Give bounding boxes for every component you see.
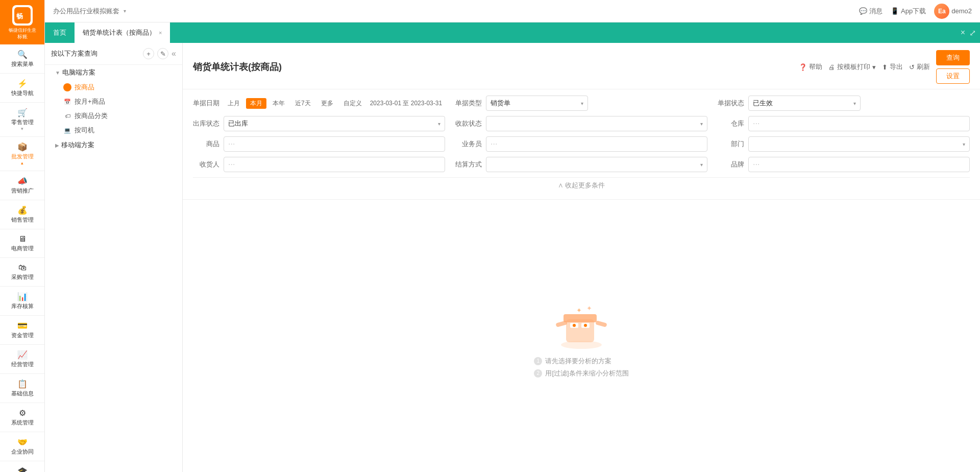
date-control: 上月 本月 本年 近7天 更多 自定义 2023-03-01 至 2023-03… xyxy=(224,98,445,109)
query-button[interactable]: 查询 xyxy=(936,50,970,65)
sidebar-item-marketing[interactable]: 📣 营销推广 xyxy=(0,171,44,200)
date-more-btn[interactable]: 更多 xyxy=(317,98,337,109)
export-btn[interactable]: ⬆ 导出 xyxy=(882,62,903,72)
empty-illustration: ✦ ✦ xyxy=(551,291,612,352)
sidebar-item-system[interactable]: ⚙ 系统管理 xyxy=(0,403,44,432)
type-dropdown-icon: ▾ xyxy=(581,101,583,106)
sidebar-item-search[interactable]: 🔍 搜索菜单 xyxy=(0,44,44,74)
brand-input[interactable]: ··· xyxy=(748,157,970,172)
cart-icon: 🛒 xyxy=(2,108,42,117)
date-this-month-btn[interactable]: 本月 xyxy=(246,98,266,109)
help-btn[interactable]: ❓ 帮助 xyxy=(799,62,822,72)
type-select[interactable]: 销货单 ▾ xyxy=(486,96,588,111)
sidebar-item-operations[interactable]: 📈 经营管理 xyxy=(0,345,44,374)
tab-sales-stat[interactable]: 销货单统计表（按商品） × xyxy=(75,22,170,43)
app-tagline: 畅捷信好生意 xyxy=(9,28,36,33)
salesman-input[interactable]: ··· xyxy=(486,136,707,152)
sidebar-item-enterprise[interactable]: 🤝 企业协同 xyxy=(0,432,44,461)
refresh-btn[interactable]: ↺ 刷新 xyxy=(909,62,930,72)
help-icon: ❓ xyxy=(799,63,807,71)
breadcrumb-dropdown-icon[interactable]: ▾ xyxy=(124,8,126,14)
scheme-by-cashier[interactable]: 💻 按司机 xyxy=(45,123,182,137)
svg-text:畅: 畅 xyxy=(16,12,23,20)
template-print-btn[interactable]: 🖨 按模板打印 ▾ xyxy=(828,62,876,72)
pay-method-select[interactable]: ▾ xyxy=(486,157,707,172)
tab-bar-right: × ⤢ xyxy=(961,28,980,38)
salesman-ellipsis[interactable]: ··· xyxy=(491,139,497,149)
pay-status-arrow: ▾ xyxy=(700,121,703,127)
mobile-group-header[interactable]: ▶ 移动端方案 xyxy=(45,137,182,153)
header-right-actions: 💬 消息 📱 App下载 Ea demo2 xyxy=(859,4,972,19)
date-last-7days-btn[interactable]: 近7天 xyxy=(291,98,315,109)
date-this-year-btn[interactable]: 本年 xyxy=(268,98,289,109)
filter-area: 单据日期 上月 本月 本年 近7天 更多 自定义 2023-03-01 至 20… xyxy=(183,89,980,200)
scheme-month-product[interactable]: 📅 按月+商品 xyxy=(45,95,182,109)
graduation-icon: 🎓 xyxy=(2,466,42,472)
warehouse-ellipsis[interactable]: ··· xyxy=(753,119,760,128)
download-icon: 📱 xyxy=(891,7,899,15)
add-scheme-btn[interactable]: + xyxy=(143,48,154,59)
main-area: 办公用品行业模拟账套 ▾ 💬 消息 📱 App下载 Ea demo2 首页 销货… xyxy=(45,0,980,472)
app-download-btn[interactable]: 📱 App下载 xyxy=(891,7,926,16)
product-input[interactable]: ··· xyxy=(224,136,445,152)
computer-icon: 💻 xyxy=(63,126,71,134)
set-button[interactable]: 设置 xyxy=(936,68,970,84)
department-select[interactable]: ▾ xyxy=(748,136,970,152)
page-title: 销货单统计表(按商品) xyxy=(193,61,282,73)
svg-point-8 xyxy=(584,324,587,327)
sidebar-item-ecommerce[interactable]: 🖥 电商管理 xyxy=(0,229,44,258)
date-tabs: 上月 本月 本年 近7天 更多 自定义 xyxy=(224,98,366,109)
active-scheme-dot xyxy=(63,83,71,91)
print-icon: 🖨 xyxy=(828,63,835,71)
scheme-product-category[interactable]: 🏷 按商品分类 xyxy=(45,109,182,123)
tab-close-window-btn[interactable]: × xyxy=(961,28,965,37)
sidebar-item-quicknav[interactable]: ⚡ 快捷导航 xyxy=(0,74,44,103)
dept-arrow: ▾ xyxy=(963,141,965,147)
pay-status-select[interactable]: ▾ xyxy=(486,116,707,131)
user-profile-btn[interactable]: Ea demo2 xyxy=(934,4,972,19)
empty-tip-1: 1 请先选择要分析的方案 xyxy=(534,357,628,366)
brand-ellipsis[interactable]: ··· xyxy=(753,160,760,169)
status-label: 单据状态 xyxy=(718,99,744,108)
tag-icon: 🏷 xyxy=(63,112,71,120)
date-last-month-btn[interactable]: 上月 xyxy=(224,98,244,109)
sidebar-item-basics[interactable]: 📋 基础信息 xyxy=(0,374,44,403)
left-panel: 按以下方案查询 + ✎ « ▼ 电脑端方案 按商品 📅 按月+商品 xyxy=(45,43,183,472)
avatar: Ea xyxy=(934,4,949,19)
recipient-ellipsis[interactable]: ··· xyxy=(228,160,235,169)
sidebar-item-purchase[interactable]: 🛍 采购管理 xyxy=(0,258,44,287)
status-select[interactable]: 已生效 ▾ xyxy=(748,96,861,111)
right-panel: 销货单统计表(按商品) ❓ 帮助 🖨 按模板打印 ▾ ⬆ 导出 xyxy=(183,43,980,472)
collapse-filter-btn[interactable]: ∧ 收起更多条件 xyxy=(193,177,970,193)
flash-icon: ⚡ xyxy=(2,79,42,88)
svg-text:✦: ✦ xyxy=(586,304,592,312)
recipient-input[interactable]: ··· xyxy=(224,157,445,172)
svg-rect-9 xyxy=(555,320,567,327)
sidebar-item-inventory[interactable]: 📊 库存核算 xyxy=(0,287,44,316)
wh-status-select[interactable]: 已出库 ▾ xyxy=(224,116,445,131)
scheme-by-product[interactable]: 按商品 xyxy=(45,80,182,95)
wh-status-arrow: ▾ xyxy=(438,121,440,127)
message-icon: 💬 xyxy=(859,7,867,15)
sidebar-item-wholesale[interactable]: 📦 批发管理 ▴ xyxy=(0,137,44,171)
sidebar-item-finance[interactable]: 💳 资金管理 xyxy=(0,316,44,345)
desktop-group-header[interactable]: ▼ 电脑端方案 xyxy=(45,65,182,80)
tab-home[interactable]: 首页 xyxy=(45,22,75,43)
warehouse-input[interactable]: ··· xyxy=(748,116,970,131)
left-panel-title: 按以下方案查询 xyxy=(51,49,97,58)
sidebar-item-sales[interactable]: 💰 销售管理 xyxy=(0,200,44,229)
export-icon: ⬆ xyxy=(882,63,888,71)
payment-method-filter: 结算方式 ▾ xyxy=(455,157,707,172)
product-ellipsis[interactable]: ··· xyxy=(228,139,235,149)
warehouse-status-filter: 出库状态 已出库 ▾ xyxy=(193,116,445,131)
left-panel-actions: + ✎ « xyxy=(143,48,176,59)
date-custom-btn[interactable]: 自定义 xyxy=(339,98,366,109)
tab-close-btn[interactable]: × xyxy=(159,30,162,36)
tab-fullscreen-btn[interactable]: ⤢ xyxy=(969,28,976,38)
sidebar-item-retail[interactable]: 🛒 零售管理 ▾ xyxy=(0,103,44,137)
tab-bar: 首页 销货单统计表（按商品） × × ⤢ xyxy=(45,22,980,43)
edit-scheme-btn[interactable]: ✎ xyxy=(157,48,168,59)
sidebar-item-newbie[interactable]: 🎓 新手引导 xyxy=(0,461,44,472)
collapse-panel-btn[interactable]: « xyxy=(172,49,176,58)
message-btn[interactable]: 💬 消息 xyxy=(859,7,883,16)
